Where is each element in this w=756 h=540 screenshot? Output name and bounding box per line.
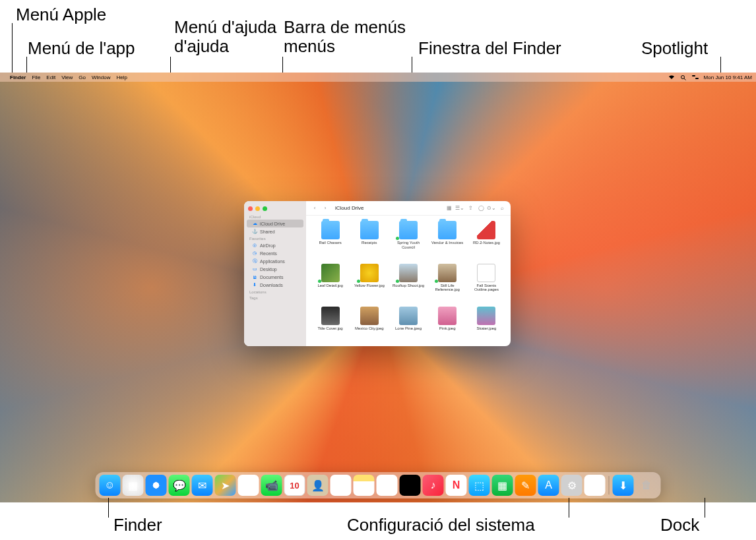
file-item[interactable]: Lone Pine.jpeg (391, 307, 425, 341)
callout-line (12, 23, 13, 74)
file-item[interactable]: Receipts (352, 221, 387, 260)
menubar-datetime[interactable]: Mon Jun 10 9:41 AM (704, 75, 752, 80)
action-button[interactable]: ⊙⌄ (488, 205, 495, 212)
file-label: Title Cover.jpg (318, 326, 343, 331)
docs-icon: 🗎 (252, 274, 257, 280)
dock-item-stocks[interactable]: ⬚ (469, 475, 490, 496)
dock-item-tv[interactable] (400, 475, 421, 496)
view-icons-button[interactable]: ▦ (446, 205, 453, 212)
sidebar-section-icloud: iCloud (244, 214, 306, 220)
dock-item-finder[interactable]: ☺ (100, 475, 121, 496)
file-item[interactable]: Vendor & Invoices (430, 221, 465, 260)
callout-finder: Finder (113, 515, 162, 535)
dock-item-maps[interactable]: ➤ (215, 475, 236, 496)
share-button[interactable]: ⇪ (467, 205, 474, 212)
dock-item-appstore[interactable]: A (538, 475, 559, 496)
sidebar-item-label: Documents (260, 275, 283, 280)
callout-app-menu: Menú de l'app (28, 38, 135, 59)
file-item[interactable]: Title Cover.jpg (313, 307, 348, 341)
sidebar-item-downloads[interactable]: ⬇Downloads (247, 281, 303, 289)
dock-item-numbers[interactable]: ▦ (492, 475, 513, 496)
file-label: Still Life Reference.jpg (431, 284, 464, 292)
finder-main: ‹ › iCloud Drive ▦ ☰⌄ ⇪ ◯ ⊙⌄ ⌕ Rail Chas… (306, 201, 511, 346)
dock-item-facetime[interactable]: 📹 (261, 475, 282, 496)
dock-separator (609, 476, 610, 495)
sidebar-item-label: Downloads (260, 283, 283, 287)
zoom-button[interactable] (263, 206, 267, 211)
sidebar-item-label: Desktop (260, 267, 277, 272)
sidebar-item-applications[interactable]: ⒶApplications (247, 257, 303, 265)
finder-window: iCloud ☁iCloud Drive ⚓Shared Favorites ◎… (244, 201, 511, 346)
callout-help-menu-line2: d'ajuda (174, 36, 229, 57)
dock-item-reminders[interactable]: ☰ (331, 475, 352, 496)
file-item[interactable]: Pink.jpeg (430, 307, 465, 341)
dock-item-mail[interactable]: ✉ (192, 475, 213, 496)
file-label: Spring Youth Council (392, 241, 425, 249)
dock-item-launchpad[interactable]: ▦ (123, 475, 144, 496)
dock-item-pages[interactable]: ✎ (515, 475, 536, 496)
sidebar-item-icloud-drive[interactable]: ☁iCloud Drive (247, 220, 303, 227)
sidebar-item-airdrop[interactable]: ◎AirDrop (247, 241, 303, 249)
finder-toolbar: ‹ › iCloud Drive ▦ ☰⌄ ⇪ ◯ ⊙⌄ ⌕ (306, 201, 511, 216)
dock-item-downloads[interactable]: ⬇ (613, 475, 634, 496)
menu-window[interactable]: Window (92, 75, 110, 80)
dock-container: ☺▦✦💬✉➤❀📹10👤☰✎〰♪N⬚▦✎A⚙▮⬇🗑 (96, 472, 661, 498)
menu-view[interactable]: View (61, 75, 73, 80)
sidebar-section-tags: Tags (244, 295, 306, 301)
file-item[interactable]: Yellow Flower.jpg (352, 264, 387, 303)
dock-item-calendar[interactable]: 10 (284, 475, 305, 496)
dock-item-music[interactable]: ♪ (423, 475, 444, 496)
dock-item-system-settings[interactable]: ⚙ (561, 475, 583, 496)
sidebar-item-desktop[interactable]: ▭Desktop (247, 265, 303, 273)
back-button[interactable]: ‹ (311, 205, 318, 212)
file-item[interactable]: Still Life Reference.jpg (430, 264, 465, 303)
sidebar-item-documents[interactable]: 🗎Documents (247, 273, 303, 281)
file-item[interactable]: Leaf Detail.jpg (313, 264, 348, 303)
file-label: Receipts (362, 241, 377, 245)
callout-help-menu: Menú d'ajuda (174, 17, 276, 38)
dock-item-notes[interactable]: ✎ (354, 475, 375, 496)
forward-button[interactable]: › (322, 205, 329, 212)
menu-edit[interactable]: Edit (46, 75, 55, 80)
file-label: Rooftop Shoot.jpg (393, 284, 424, 288)
dock-item-messages[interactable]: 💬 (169, 475, 190, 496)
dock-item-news[interactable]: N (446, 475, 467, 496)
dock-item-trash[interactable]: 🗑 (636, 475, 657, 496)
file-item[interactable]: Fall Scents Outline.pages (469, 264, 504, 303)
file-item[interactable]: Mexico City.jpeg (352, 307, 387, 341)
control-center-icon[interactable] (692, 74, 699, 80)
minimize-button[interactable] (255, 206, 260, 211)
close-button[interactable] (248, 206, 253, 211)
finder-title: iCloud Drive (335, 205, 364, 211)
view-options-button[interactable]: ☰⌄ (457, 205, 463, 212)
file-item[interactable]: Skater.jpeg (469, 307, 504, 341)
dock-item-contacts[interactable]: 👤 (307, 475, 329, 496)
menu-file[interactable]: File (32, 75, 40, 80)
callout-spotlight: Spotlight (641, 38, 708, 59)
file-label: Yellow Flower.jpg (354, 284, 385, 288)
sidebar-item-shared[interactable]: ⚓Shared (247, 227, 303, 235)
sidebar-item-recents[interactable]: ◷Recents (247, 249, 303, 257)
tag-button[interactable]: ◯ (478, 205, 484, 212)
file-label: Skater.jpeg (476, 326, 496, 331)
file-item[interactable]: Spring Youth Council (391, 221, 425, 260)
file-label: Mexico City.jpeg (355, 326, 384, 331)
app-menu-finder[interactable]: Finder (10, 75, 26, 80)
file-item[interactable]: Rooftop Shoot.jpg (391, 264, 425, 303)
finder-sidebar: iCloud ☁iCloud Drive ⚓Shared Favorites ◎… (244, 201, 306, 346)
spotlight-icon[interactable] (680, 74, 687, 80)
dock-item-iphone-mirror[interactable]: ▮ (584, 475, 606, 496)
callout-line (705, 498, 705, 518)
menubar: Finder File Edit View Go Window Help Mon… (0, 73, 756, 82)
file-item[interactable]: RD.2-Notes.jpg (469, 221, 504, 260)
dock-item-photos[interactable]: ❀ (238, 475, 259, 496)
search-button[interactable]: ⌕ (499, 205, 505, 212)
menu-go[interactable]: Go (79, 75, 86, 80)
sidebar-section-locations: Locations (244, 289, 306, 295)
dock-item-freeform[interactable]: 〰 (377, 475, 398, 496)
dock-item-safari[interactable]: ✦ (146, 475, 167, 496)
sidebar-item-label: iCloud Drive (260, 222, 285, 226)
menu-help[interactable]: Help (116, 75, 127, 80)
wifi-icon[interactable] (668, 74, 675, 80)
file-item[interactable]: Rail Chasers (313, 221, 348, 260)
